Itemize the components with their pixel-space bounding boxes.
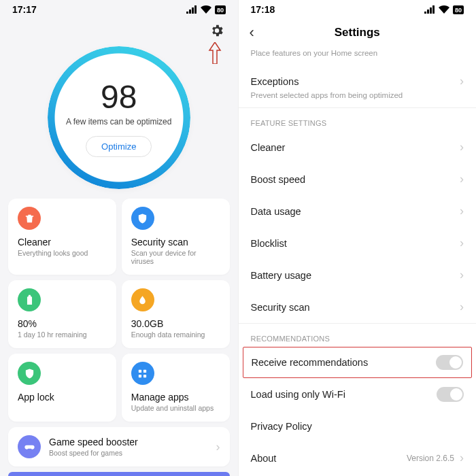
chevron-right-icon: ›	[460, 172, 464, 186]
svg-rect-5	[139, 374, 141, 377]
section-feature-settings: FEATURE SETTINGS	[239, 107, 477, 131]
svg-text:80: 80	[216, 7, 223, 14]
settings-gear-icon[interactable]	[209, 23, 224, 41]
battery-status-icon: 80	[453, 5, 464, 14]
card-sub: Enough data remaining	[131, 330, 220, 339]
wide-card-title: Game speed booster	[49, 437, 216, 447]
card-title: Security scan	[131, 237, 220, 248]
status-time: 17:18	[251, 4, 275, 15]
chevron-right-icon: ›	[216, 440, 220, 454]
row-cleaner[interactable]: Cleaner›	[239, 131, 477, 163]
score-circle: 98 A few items can be optimized Optimize	[48, 46, 190, 189]
score-value: 98	[101, 78, 137, 116]
row-exceptions-sub: Prevent selected apps from being optimiz…	[239, 91, 477, 107]
settings-header: ‹ Settings	[239, 19, 477, 46]
status-icons: 80	[186, 5, 226, 14]
battery-icon	[18, 288, 41, 311]
chevron-right-icon: ›	[460, 268, 464, 282]
game-booster-card[interactable]: Game speed booster Boost speed for games…	[8, 427, 230, 466]
row-wifi-only[interactable]: Load using only Wi-Fi	[239, 378, 477, 411]
card-security-scan[interactable]: Security scanScan your device for viruse…	[122, 199, 230, 275]
section-recommendations: RECOMMENDATIONS	[239, 323, 477, 347]
card-sub: 1 day 10 hr remaining	[18, 330, 107, 339]
chevron-right-icon: ›	[460, 451, 464, 465]
card-title: 80%	[18, 318, 107, 329]
optimize-button[interactable]: Optimize	[86, 136, 152, 157]
grid-icon	[131, 362, 154, 385]
chevron-right-icon: ›	[460, 236, 464, 250]
status-bar: 17:18 80	[239, 0, 477, 19]
status-icons: 80	[424, 5, 464, 14]
battery-status-icon: 80	[215, 5, 226, 14]
row-data-usage[interactable]: Data usage›	[239, 195, 477, 227]
card-80-[interactable]: 80%1 day 10 hr remaining	[8, 280, 116, 348]
lock-icon	[18, 362, 41, 385]
row-battery-usage[interactable]: Battery usage›	[239, 259, 477, 291]
card-sub: Scan your device for viruses	[131, 249, 220, 265]
svg-rect-6	[143, 374, 146, 377]
card-app-lock[interactable]: App lock	[8, 354, 116, 422]
signal-icon	[424, 5, 435, 14]
card-sub: Update and uninstall apps	[131, 404, 220, 412]
card-cleaner[interactable]: CleanerEverything looks good	[8, 199, 116, 275]
toggle-receive[interactable]	[436, 355, 463, 370]
card-sub: Everything looks good	[18, 249, 107, 257]
phone-settings-screen: 17:18 80 ‹ Settings Place features on yo…	[238, 0, 477, 476]
card-title: App lock	[18, 392, 107, 403]
wifi-icon	[439, 5, 449, 14]
page-title: Settings	[335, 26, 380, 39]
card-title: 30.0GB	[131, 318, 220, 329]
card-title: Manage apps	[131, 392, 220, 403]
partial-card	[8, 472, 230, 476]
drop-icon	[131, 288, 154, 311]
back-button[interactable]: ‹	[250, 24, 254, 41]
wide-card-sub: Boost speed for games	[49, 449, 216, 457]
shield-icon	[131, 207, 154, 230]
chevron-right-icon: ›	[460, 140, 464, 154]
card-manage-apps[interactable]: Manage appsUpdate and uninstall apps	[122, 354, 230, 422]
row-privacy[interactable]: Privacy Policy	[239, 411, 477, 442]
status-bar: 17:17 80	[0, 0, 238, 19]
status-time: 17:17	[12, 4, 37, 15]
chevron-right-icon: ›	[460, 74, 464, 88]
svg-rect-2	[28, 373, 31, 375]
card-title: Cleaner	[18, 237, 107, 248]
row-receive-recommendations[interactable]: Receive recommendations	[243, 347, 473, 378]
chevron-right-icon: ›	[460, 300, 464, 314]
svg-text:80: 80	[455, 7, 462, 14]
chevron-right-icon: ›	[460, 204, 464, 218]
svg-rect-3	[139, 369, 141, 372]
signal-icon	[186, 5, 197, 14]
row-security-scan[interactable]: Security scan›	[239, 291, 477, 323]
annotation-arrow-icon	[208, 42, 222, 64]
row-boost-speed[interactable]: Boost speed›	[239, 163, 477, 195]
card-30-0gb[interactable]: 30.0GBEnough data remaining	[122, 280, 230, 348]
game-icon	[18, 435, 41, 458]
top-row-sub: Place features on your Home screen	[239, 49, 477, 65]
row-blocklist[interactable]: Blocklist›	[239, 227, 477, 259]
toggle-wifi[interactable]	[437, 387, 464, 402]
score-subtitle: A few items can be optimized	[66, 117, 171, 126]
wifi-icon	[201, 5, 211, 14]
trash-icon	[18, 207, 41, 230]
row-about[interactable]: About Version 2.6.5 ›	[239, 442, 477, 474]
version-text: Version 2.6.5	[407, 454, 454, 463]
svg-rect-4	[143, 369, 146, 372]
phone-security-app: 17:17 80 98 A few items can be optimized…	[0, 0, 238, 476]
